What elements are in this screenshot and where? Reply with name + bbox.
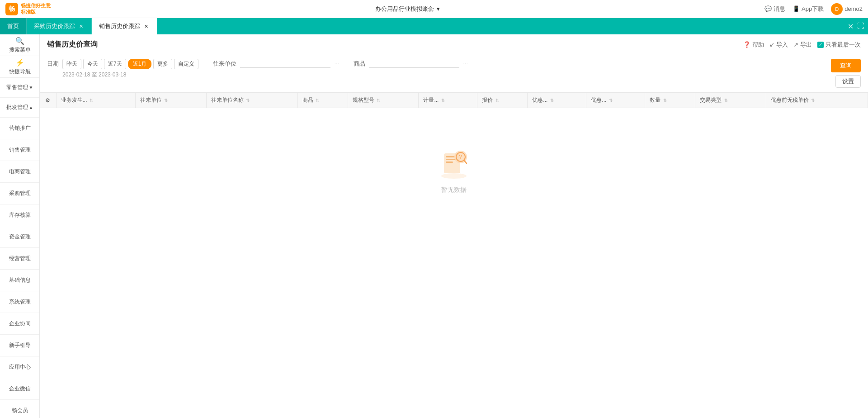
sidebar-item-system[interactable]: 系统管理 — [0, 291, 39, 313]
export-icon: ↗ — [793, 41, 798, 48]
sidebar-item-inventory[interactable]: 库存核算 — [0, 204, 39, 226]
col-partner-code[interactable]: 往来单位 ⇅ — [136, 93, 207, 108]
partner-label: 往来单位 — [213, 59, 236, 68]
close-all-tabs-button[interactable]: ✕ — [848, 22, 854, 31]
help-button[interactable]: ❓ 帮助 — [743, 41, 764, 49]
sidebar-item-purchase-mgmt[interactable]: 采购管理 — [0, 183, 39, 204]
only-last-checkbox[interactable]: ✓ 只看最后一次 — [817, 41, 861, 49]
partner-input[interactable] — [240, 59, 330, 68]
sort-arrows-pre-tax-price: ⇅ — [811, 98, 815, 103]
download-icon: 📱 — [793, 5, 800, 12]
sort-arrows-partner-name: ⇅ — [246, 98, 250, 103]
col-partner-name[interactable]: 往来单位名称 ⇅ — [206, 93, 297, 108]
sort-arrows-product: ⇅ — [316, 98, 319, 103]
date-range-display: 2023-02-18 至 2023-03-18 — [62, 71, 198, 79]
sort-arrows-price: ⇅ — [495, 98, 499, 103]
sidebar-item-search-menu[interactable]: 🔍 搜索菜单 — [0, 34, 39, 56]
app-name-label: 办公用品行业模拟账套 — [375, 5, 434, 13]
product-label: 商品 — [354, 59, 365, 68]
product-input[interactable] — [369, 59, 459, 68]
sort-arrows-partner-code: ⇅ — [164, 98, 168, 103]
sidebar-item-basic-info[interactable]: 基础信息 — [0, 270, 39, 291]
col-trade-type[interactable]: 交易类型 ⇅ — [695, 93, 766, 108]
tab-bar: 首页 采购历史价跟踪 ✕ 销售历史价跟踪 ✕ ✕ ⛶ — [0, 18, 868, 34]
sort-arrows-discount1: ⇅ — [550, 98, 554, 103]
date-btn-1month[interactable]: 近1月 — [128, 59, 152, 69]
sidebar-item-sales-mgmt[interactable]: 销售管理 — [0, 139, 39, 161]
tab-sales-history[interactable]: 销售历史价跟踪 ✕ — [92, 18, 157, 34]
sidebar-item-finance[interactable]: 资金管理 — [0, 226, 39, 248]
tab-home[interactable]: 首页 — [0, 18, 27, 34]
logo-icon: 畅 — [5, 3, 18, 15]
date-btn-yesterday[interactable]: 昨天 — [62, 59, 81, 69]
col-quantity[interactable]: 数量 ⇅ — [645, 93, 695, 108]
date-btn-more[interactable]: 更多 — [153, 59, 172, 69]
col-biz-date[interactable]: 业务发生... ⇅ — [56, 93, 136, 108]
partner-filter-group: 往来单位 ... — [213, 59, 339, 68]
page-title: 销售历史价查询 — [47, 40, 98, 49]
avatar: D — [831, 3, 843, 15]
logo-area: 畅 畅捷信好生意 标准版 — [5, 3, 51, 15]
sidebar-item-enterprise-coop[interactable]: 企业协同 — [0, 313, 39, 335]
help-icon: ❓ — [743, 41, 750, 48]
filter-row: 日期 昨天 今天 近7天 近1月 更多 自定义 2023-02-18 至 202… — [40, 54, 868, 93]
sidebar-item-member[interactable]: 畅会员 — [0, 400, 39, 418]
sidebar-item-app-center[interactable]: 应用中心 — [0, 356, 39, 378]
query-button[interactable]: 查询 — [831, 59, 861, 72]
lightning-icon: ⚡ — [15, 58, 24, 67]
page-actions: ❓ 帮助 ↙ 导入 ↗ 导出 ✓ 只看最后一次 — [743, 41, 861, 49]
empty-state: ? 暂无数据 — [40, 108, 868, 230]
col-spec[interactable]: 规格型号 ⇅ — [348, 93, 419, 108]
col-product[interactable]: 商品 ⇅ — [297, 93, 348, 108]
date-btn-custom[interactable]: 自定义 — [174, 59, 198, 69]
sidebar-item-ecommerce[interactable]: 电商管理 — [0, 161, 39, 183]
svg-rect-4 — [446, 162, 453, 163]
app-selector[interactable]: 办公用品行业模拟账套 ▾ — [375, 5, 440, 13]
home-tab-label: 首页 — [7, 22, 19, 30]
app-download-button[interactable]: 📱 App下载 — [793, 5, 824, 13]
sales-history-tab-label: 销售历史价跟踪 — [99, 22, 140, 30]
col-pre-tax-price[interactable]: 优惠前无税单价 ⇅ — [766, 93, 868, 108]
date-options: 昨天 今天 近7天 近1月 更多 自定义 2023-02-18 至 2023-0… — [62, 59, 198, 79]
data-table: ⚙ 业务发生... ⇅ 往来单位 ⇅ 往来单位名称 ⇅ — [40, 93, 868, 108]
empty-state-icon: ? — [436, 144, 472, 180]
page-header: 销售历史价查询 ❓ 帮助 ↙ 导入 ↗ 导出 ✓ — [40, 34, 868, 54]
date-btn-7days[interactable]: 近7天 — [104, 59, 126, 69]
sidebar-item-retail-mgmt[interactable]: 零售管理 ▼ — [0, 78, 39, 98]
sidebar-item-quick-nav[interactable]: ⚡ 快捷导航 — [0, 56, 39, 78]
message-button[interactable]: 💬 消息 — [764, 5, 785, 13]
import-button[interactable]: ↙ 导入 — [769, 41, 788, 49]
export-button[interactable]: ↗ 导出 — [793, 41, 812, 49]
purchase-history-tab-label: 采购历史价跟踪 — [34, 22, 75, 30]
content-area: 销售历史价查询 ❓ 帮助 ↙ 导入 ↗ 导出 ✓ — [40, 34, 868, 418]
purchase-history-tab-close[interactable]: ✕ — [78, 23, 84, 29]
col-discount1[interactable]: 优惠... ⇅ — [528, 93, 586, 108]
product-dots: ... — [463, 59, 468, 66]
sidebar: 🔍 搜索菜单 ⚡ 快捷导航 零售管理 ▼ 批发管理 ▲ 营销推广 销售管理 电商… — [0, 34, 40, 418]
logo-text: 畅捷信好生意 标准版 — [21, 3, 51, 14]
col-price[interactable]: 报价 ⇅ — [477, 93, 528, 108]
message-icon: 💬 — [764, 5, 772, 12]
top-bar-left: 畅 畅捷信好生意 标准版 — [5, 3, 51, 15]
sales-history-tab-close[interactable]: ✕ — [143, 23, 149, 29]
user-profile[interactable]: D demo2 — [831, 3, 863, 15]
col-unit[interactable]: 计量... ⇅ — [419, 93, 477, 108]
maximize-button[interactable]: ⛶ — [857, 22, 864, 30]
sidebar-item-operations[interactable]: 经营管理 — [0, 248, 39, 270]
sidebar-item-marketing[interactable]: 营销推广 — [0, 118, 39, 139]
sidebar-item-wholesale-mgmt[interactable]: 批发管理 ▲ — [0, 98, 39, 118]
col-settings[interactable]: ⚙ — [40, 93, 56, 108]
product-filter-group: 商品 ... — [354, 59, 468, 68]
svg-point-0 — [441, 173, 467, 179]
sidebar-item-enterprise-wechat[interactable]: 企业微信 — [0, 378, 39, 400]
chevron-up-icon: ▲ — [29, 105, 33, 110]
date-filter-group: 日期 昨天 今天 近7天 近1月 更多 自定义 2023-02-18 至 202… — [47, 59, 198, 79]
sidebar-item-beginner[interactable]: 新手引导 — [0, 335, 39, 356]
sort-arrows-spec: ⇅ — [377, 98, 380, 103]
tab-purchase-history[interactable]: 采购历史价跟踪 ✕ — [27, 18, 92, 34]
date-btn-today[interactable]: 今天 — [83, 59, 102, 69]
page-title-row: 销售历史价查询 ❓ 帮助 ↙ 导入 ↗ 导出 ✓ — [47, 40, 861, 49]
settings-button[interactable]: 设置 — [835, 75, 861, 88]
svg-rect-2 — [446, 156, 455, 157]
col-discount2[interactable]: 优惠... ⇅ — [586, 93, 645, 108]
